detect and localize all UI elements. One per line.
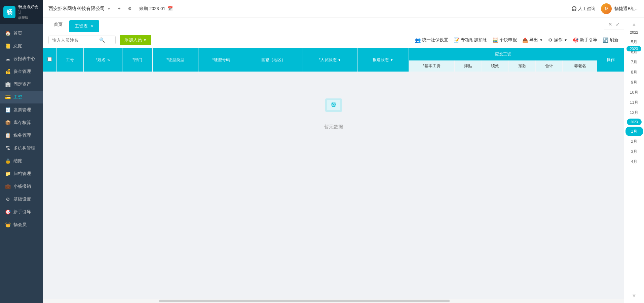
sidebar-item-multi-org[interactable]: 🏗 多机构管理: [0, 142, 43, 155]
operation-icon: ⚙: [548, 37, 553, 43]
operation-button[interactable]: ⚙ 操作 ▼: [548, 37, 567, 43]
header: 西安虾米网络科技有限公司 ▼ + ⚙ 账期 2023-01 📅 🎧 人工咨询 畅…: [43, 0, 644, 17]
user-profile[interactable]: 畅 畅捷通B组...: [601, 3, 639, 14]
sidebar-item-label: 发票管理: [13, 107, 31, 113]
period-value: 2023-01: [149, 6, 165, 11]
sort-icon[interactable]: ⇅: [107, 58, 110, 62]
sidebar-item-fixed-assets[interactable]: 🏢 固定资产: [0, 78, 43, 91]
salary-icon: 💳: [5, 94, 11, 100]
th-number-label: 工号: [66, 57, 74, 62]
th-operation: 操作: [597, 48, 624, 72]
scrollbar-thumb[interactable]: [159, 300, 450, 302]
inventory-icon: 📦: [5, 120, 11, 126]
export-arrow-icon: ▼: [539, 38, 543, 42]
sidebar-item-basic-settings[interactable]: ⚙ 基础设置: [0, 193, 43, 206]
header-right: 🎧 人工咨询 畅 畅捷通B组...: [571, 3, 639, 14]
sidebar-item-invoice[interactable]: 🧾 发票管理: [0, 103, 43, 116]
select-all-checkbox[interactable]: [47, 57, 52, 61]
tab-home[interactable]: 首页: [48, 17, 68, 32]
sidebar-item-label: 多机构管理: [13, 145, 35, 151]
period-label: 账期: [139, 6, 148, 12]
tab-salary-label: 工资表: [75, 23, 88, 29]
sidebar-item-archive[interactable]: 📁 归档管理: [0, 167, 43, 180]
company-selector[interactable]: 西安虾米网络科技有限公司 ▼: [48, 6, 111, 12]
sidebar-item-tax[interactable]: 📋 税务管理: [0, 129, 43, 142]
export-button[interactable]: 📤 导出 ▼: [522, 37, 543, 43]
month-down-arrow[interactable]: ▼: [630, 292, 638, 300]
settings-icon: ⚙: [5, 196, 11, 202]
sidebar-item-label: 畅会员: [13, 222, 27, 228]
add-company-button[interactable]: +: [115, 5, 123, 13]
add-person-button[interactable]: 添加人员 ▼: [120, 35, 151, 45]
month-item-5[interactable]: 5月: [626, 37, 643, 47]
th-name: *姓名 ⇅: [83, 48, 122, 72]
gear-icon: ⚙: [128, 6, 132, 11]
toolbar-actions: 👥 统一社保设置 📝 专项附加扣除 🧮 个税申报 📤 导出 ▼ ⚙: [415, 37, 618, 43]
sidebar-item-cloud-report[interactable]: ☁ 云报表中心: [0, 52, 43, 65]
month-item-8[interactable]: 8月: [626, 68, 643, 77]
month-item-2023-3[interactable]: 3月: [626, 147, 643, 156]
month-up-arrow[interactable]: ▲: [630, 20, 638, 29]
report-filter-icon[interactable]: ▼: [390, 58, 393, 62]
refresh-label: 刷新: [610, 37, 618, 43]
sidebar-item-label: 结账: [13, 158, 22, 164]
sidebar-item-label: 小畅报销: [13, 183, 31, 189]
tab-salary[interactable]: 工资表 ✕: [69, 20, 99, 32]
year-2022-label: 2022: [630, 29, 638, 36]
service-button[interactable]: 🎧 人工咨询: [571, 6, 596, 12]
sidebar: 畅 畅捷通好会计 旗舰版 🏠 首页 📒 总账 ☁ 云报表中心 💰 资金管理 🏢 …: [0, 0, 43, 303]
invoice-icon: 🧾: [5, 107, 11, 113]
th-name-label: *姓名: [96, 57, 106, 62]
salary-table: 工号 *姓名 ⇅ *部门 *证型类型: [43, 48, 624, 72]
th-id-number-label: *证型号码: [212, 57, 230, 62]
month-item-12[interactable]: 12月: [626, 108, 643, 117]
month-item-2023-2[interactable]: 2月: [626, 137, 643, 146]
operation-arrow-icon: ▼: [564, 38, 567, 42]
month-item-7[interactable]: 7月: [626, 57, 643, 67]
social-security-button[interactable]: 👥 统一社保设置: [415, 37, 448, 43]
fund-icon: 💰: [5, 69, 11, 75]
home-icon: 🏠: [5, 30, 11, 36]
sidebar-item-home[interactable]: 🏠 首页: [0, 27, 43, 40]
th-nationality-label: 国籍（地区）: [261, 57, 286, 62]
sidebar-item-label: 总账: [13, 43, 22, 49]
company-settings-button[interactable]: ⚙: [126, 5, 134, 13]
month-item-2023-1[interactable]: 1月: [626, 127, 643, 136]
horizontal-scrollbar[interactable]: [43, 299, 624, 303]
sidebar-item-salary[interactable]: 💳 工资: [0, 91, 43, 103]
year-2023-badge: 2023: [627, 119, 642, 125]
sidebar-item-label: 基础设置: [13, 196, 31, 202]
search-box[interactable]: 🔍: [48, 36, 116, 44]
maximize-panel-button[interactable]: ⤢: [614, 21, 621, 28]
tab-close-icon[interactable]: ✕: [90, 24, 94, 29]
sidebar-item-guide[interactable]: 🎯 新手引导: [0, 206, 43, 218]
th-id-type-label: *证型类型: [166, 57, 184, 62]
month-item-10[interactable]: 10月: [626, 88, 643, 97]
status-filter-icon[interactable]: ▼: [338, 58, 341, 62]
sidebar-item-fund[interactable]: 💰 资金管理: [0, 65, 43, 78]
sidebar-item-close[interactable]: 🔒 结账: [0, 155, 43, 167]
toolbar: 🔍 添加人员 ▼ 👥 统一社保设置 📝 专项附加扣除 🧮 个税申报: [43, 32, 624, 48]
deduction-icon: 📝: [454, 37, 459, 43]
sidebar-item-expense[interactable]: 💼 小畅报销: [0, 180, 43, 193]
tab-home-label: 首页: [54, 21, 63, 28]
sidebar-item-inventory[interactable]: 📦 库存核算: [0, 116, 43, 129]
month-item-9[interactable]: 9月: [626, 78, 643, 87]
month-item-2023-4[interactable]: 4月: [626, 157, 643, 166]
calendar-icon[interactable]: 📅: [167, 6, 173, 11]
search-input[interactable]: [52, 38, 99, 43]
year-current-badge: 2023: [627, 46, 641, 51]
sidebar-item-vip[interactable]: 👑 畅会员: [0, 218, 43, 231]
search-icon: 🔍: [99, 37, 105, 43]
deduction-button[interactable]: 📝 专项附加扣除: [454, 37, 487, 43]
table-scroll[interactable]: 工号 *姓名 ⇅ *部门 *证型类型: [43, 48, 624, 299]
guide-button[interactable]: 🎯 新手引导: [573, 37, 597, 43]
empty-text: 暂无数据: [324, 124, 343, 130]
tax-button[interactable]: 🧮 个税申报: [492, 37, 517, 43]
close-panel-button[interactable]: ✕: [607, 21, 614, 28]
app-name: 畅捷通好会计: [18, 4, 40, 15]
select-all-header: [43, 48, 56, 72]
month-item-11[interactable]: 11月: [626, 98, 643, 107]
refresh-button[interactable]: 🔄 刷新: [603, 37, 618, 43]
sidebar-item-ledger[interactable]: 📒 总账: [0, 40, 43, 52]
